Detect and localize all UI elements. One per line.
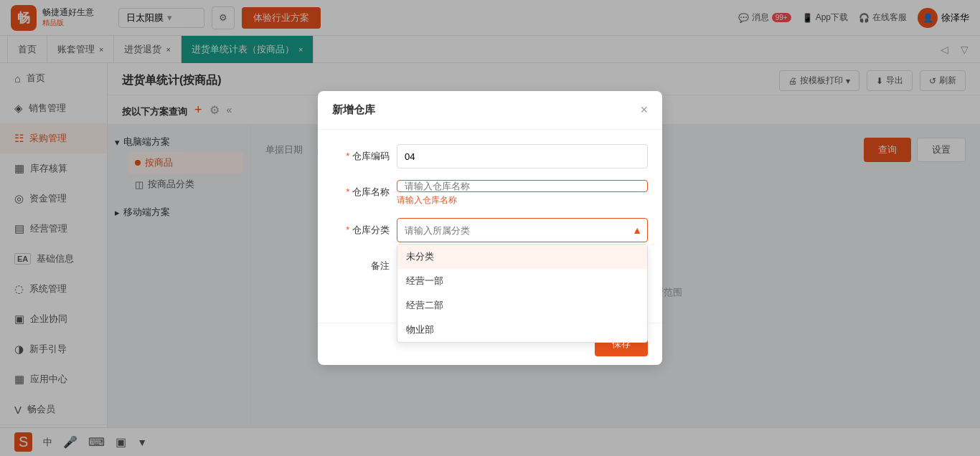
category-dropdown-wrap: ▲ 未分类 经营一部 经营二部 物业部: [397, 218, 648, 242]
category-field-row: * 仓库分类 ▲ 未分类 经营一部 经营二部 物业部: [332, 218, 648, 242]
name-field-row: * 仓库名称 请输入仓库名称: [332, 180, 648, 206]
note-label: 备注: [332, 254, 390, 272]
option-property[interactable]: 物业部: [397, 318, 647, 342]
category-label: * 仓库分类: [332, 218, 390, 237]
name-label: * 仓库名称: [332, 180, 390, 199]
modal-body: * 仓库编码 * 仓库名称 请输入仓库名称 *: [318, 130, 662, 323]
new-warehouse-modal: 新增仓库 × * 仓库编码 * 仓库名称 请输入仓库名称: [318, 91, 662, 365]
modal-close-button[interactable]: ×: [640, 103, 648, 118]
category-input[interactable]: [397, 218, 648, 242]
option-uncategorized[interactable]: 未分类: [397, 244, 647, 269]
option-dept1[interactable]: 经营一部: [397, 269, 647, 293]
modal-title: 新增仓库: [332, 103, 375, 117]
name-field-wrap: 请输入仓库名称: [397, 180, 648, 206]
code-input[interactable]: [397, 144, 648, 168]
code-label: * 仓库编码: [332, 144, 390, 163]
option-dept2[interactable]: 经营二部: [397, 293, 647, 318]
code-field-row: * 仓库编码: [332, 144, 648, 168]
category-dropdown-list: 未分类 经营一部 经营二部 物业部: [397, 244, 648, 343]
dropdown-arrow-icon[interactable]: ▲: [632, 224, 642, 236]
modal-overlay: 新增仓库 × * 仓库编码 * 仓库名称 请输入仓库名称: [0, 0, 980, 456]
modal-header: 新增仓库 ×: [318, 91, 662, 130]
name-input[interactable]: [397, 180, 648, 192]
name-error-msg: 请输入仓库名称: [397, 194, 648, 206]
